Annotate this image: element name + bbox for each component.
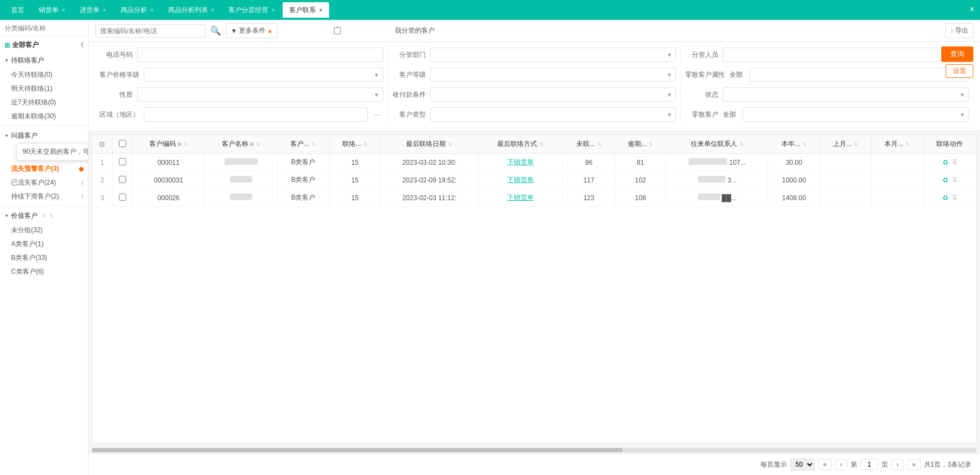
sort-icon-2[interactable]: ⇅ [256, 142, 260, 147]
sort-icon-3[interactable]: ⇅ [311, 142, 316, 147]
next-page-button[interactable]: › [892, 459, 904, 470]
th-this-month[interactable]: 本月... ⇅ [872, 135, 923, 154]
prev-page-button[interactable]: ‹ [835, 459, 847, 470]
action-menu-2[interactable]: ⠿ [952, 176, 957, 184]
th-not-linked[interactable]: 未联... ⇅ [563, 135, 614, 154]
th-last-date[interactable]: 最后联络日期 ⇅ [381, 135, 478, 154]
export-button[interactable]: ↑ 导出 [945, 23, 973, 38]
sort-icon-10[interactable]: ⇅ [802, 142, 807, 147]
my-customer-checkbox[interactable] [282, 27, 393, 34]
th-code[interactable]: 客户编码 ⊕ ⇅ [132, 135, 205, 154]
refresh-icon[interactable]: ↻ [42, 212, 47, 220]
sort-icon-8[interactable]: ⇅ [649, 142, 653, 147]
filter-dept-select[interactable]: ▼ [430, 48, 676, 62]
sidebar-item-churn-warning[interactable]: 流失预警客户(3) [0, 162, 88, 176]
sidebar-group-pending-title[interactable]: ▼ 待联络客户 [0, 53, 88, 68]
sidebar-item-7days[interactable]: 近7天待联络(0) [0, 96, 88, 109]
td-actions-1[interactable]: ♻ ⠿ [923, 154, 976, 171]
search-button[interactable]: 🔍 [210, 25, 221, 36]
setting-button[interactable]: 设置 [946, 64, 973, 78]
filter-payment-select[interactable]: ▼ [430, 87, 676, 102]
per-page-select[interactable]: 50 [790, 458, 815, 471]
sort-icon[interactable]: ⇅ [184, 142, 188, 147]
sort-icon-9[interactable]: ⇅ [739, 142, 744, 147]
filter-nature-select[interactable]: ▼ [137, 87, 383, 102]
tab-product-analysis-close[interactable]: × [150, 7, 154, 13]
window-close-button[interactable]: × [969, 4, 974, 14]
tab-customer-tier-close[interactable]: × [272, 7, 275, 13]
sidebar-item-a-class[interactable]: A类客户(1) [0, 237, 88, 251]
filter-region-dots[interactable]: ··· [372, 110, 383, 119]
th-last-method[interactable]: 最后联络方式 ⇅ [478, 135, 563, 154]
edit-icon[interactable]: ✎ [49, 212, 54, 220]
sidebar-search-input[interactable] [4, 24, 87, 32]
tab-product-list[interactable]: 商品分析列表 × [161, 2, 221, 18]
sidebar-group-problem-title[interactable]: ▼ 问题客户 [0, 128, 88, 143]
sidebar-item-churned[interactable]: 已流失客户(24) ℹ [0, 176, 88, 190]
th-contact-person[interactable]: 往来单位联系人 ⇅ [666, 135, 768, 154]
my-customer-checkbox-label[interactable]: 我分管的客户 [282, 26, 435, 35]
tab-customer-contact-close[interactable]: × [319, 7, 322, 13]
th-contact[interactable]: 联络... ⇅ [329, 135, 380, 154]
sidebar-item-b-class[interactable]: B类客户(33) [0, 251, 88, 265]
action-menu-3[interactable]: ⠿ [952, 194, 957, 202]
filter-retail-select[interactable]: ▼ [743, 107, 969, 122]
filter-grade-select[interactable]: ▼ [430, 67, 676, 82]
action-menu-1[interactable]: ⠿ [952, 159, 957, 166]
filter-type-select[interactable]: ▼ [430, 107, 676, 122]
th-name[interactable]: 客户名称 ⊕ ⇅ [205, 135, 277, 154]
filter-region-input[interactable] [144, 107, 368, 122]
th-this-year[interactable]: 本年... ⇅ [768, 135, 820, 154]
scrollbar-thumb[interactable] [92, 448, 623, 452]
sort-icon-7[interactable]: ⇅ [597, 142, 602, 147]
action-refresh-2[interactable]: ♻ [942, 176, 948, 184]
filter-phone-input[interactable] [137, 48, 383, 62]
row-checkbox-3[interactable] [119, 194, 126, 201]
td-check-2[interactable] [112, 171, 132, 189]
tab-product-analysis[interactable]: 商品分析 × [114, 2, 160, 18]
sidebar-item-overdue[interactable]: 逾期未联络(30) [0, 109, 88, 123]
row-checkbox-1[interactable] [119, 158, 126, 165]
filter-price-grade-select[interactable]: ▼ [144, 67, 383, 82]
row-checkbox-2[interactable] [119, 176, 126, 183]
filter-retail-attr-select[interactable]: ▼ [749, 67, 969, 82]
tab-sales-close[interactable]: × [62, 7, 65, 13]
td-method-3[interactable]: 下销货单 [478, 189, 563, 207]
tab-purchase-close[interactable]: × [103, 7, 106, 13]
sort-icon-4[interactable]: ⇅ [363, 142, 368, 147]
td-check-3[interactable] [112, 189, 132, 207]
td-check-1[interactable] [112, 154, 132, 171]
sidebar-item-tomorrow[interactable]: 明天待联络(1) [0, 82, 88, 96]
sidebar-item-c-class[interactable]: C类客户(6) [0, 265, 88, 279]
sidebar-collapse-icon[interactable]: 《 [77, 41, 84, 49]
tab-sales[interactable]: 销货单 × [32, 2, 72, 18]
first-page-button[interactable]: « [818, 459, 832, 470]
filter-status-select[interactable]: ▼ [723, 87, 969, 102]
tab-home[interactable]: 首页 [4, 2, 31, 18]
th-customer-type[interactable]: 客户... ⇅ [278, 135, 329, 154]
declining-info-icon[interactable]: ℹ [81, 193, 84, 200]
action-refresh-3[interactable]: ♻ [942, 194, 948, 202]
tab-customer-contact[interactable]: 客户联系 × [283, 2, 329, 18]
last-page-button[interactable]: » [907, 459, 921, 470]
sidebar-root-header[interactable]: ⊞ 全部客户 《 [0, 37, 88, 53]
sidebar-group-value-title[interactable]: ▼ 价值客户 ↻ ✎ [0, 208, 88, 223]
query-button[interactable]: 查询 [941, 46, 973, 62]
sidebar-item-ungroup[interactable]: 未分组(32) [0, 223, 88, 237]
sort-icon-6[interactable]: ⇅ [539, 142, 544, 147]
td-actions-2[interactable]: ♻ ⠿ [923, 171, 976, 189]
tab-product-list-close[interactable]: × [211, 7, 215, 13]
td-method-1[interactable]: 下销货单 [478, 154, 563, 171]
tab-customer-tier[interactable]: 客户分层经营 × [222, 2, 282, 18]
td-actions-3[interactable]: ♻ ⠿ [923, 189, 976, 207]
sort-icon-11[interactable]: ⇅ [854, 142, 858, 147]
sort-icon-5[interactable]: ⇅ [448, 142, 452, 147]
sort-icon-12[interactable]: ⇅ [905, 142, 910, 147]
select-all-checkbox[interactable] [119, 140, 126, 147]
filter-button[interactable]: ▼ 更多条件 ▲ [226, 23, 278, 38]
page-input[interactable]: 1 [861, 459, 878, 470]
settings-icon[interactable]: ⚙ [98, 140, 106, 149]
churned-info-icon[interactable]: ℹ [81, 179, 84, 186]
sidebar-item-today[interactable]: 今天待联络(0) [0, 68, 88, 82]
th-overdue[interactable]: 逾期... ⇅ [614, 135, 666, 154]
